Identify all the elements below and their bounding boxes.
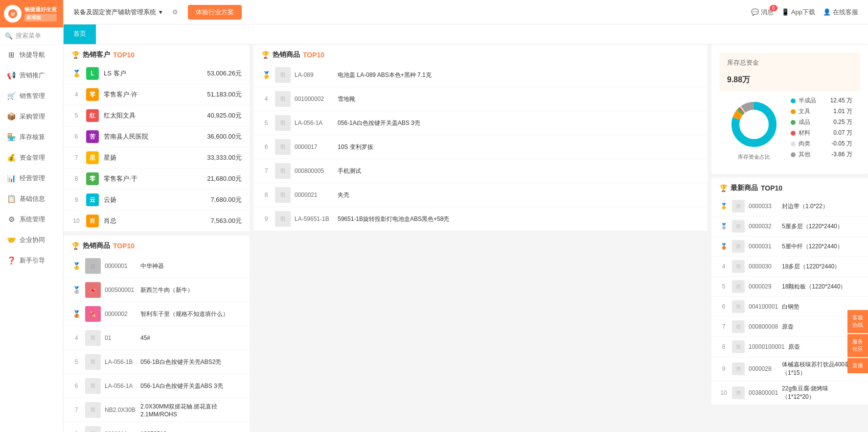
sidebar-label-basic: 基础信息 xyxy=(20,194,45,203)
hot-name-6: 056-1A白色按键开关盖ABS 3壳 xyxy=(140,382,242,390)
logo-icon: 好 xyxy=(4,5,22,23)
newest-code-4: 0000030 xyxy=(749,263,778,270)
sidebar-item-system[interactable]: ⚙ 系统管理 xyxy=(0,209,63,230)
newest-name-6: 白钢垫 xyxy=(782,303,860,311)
medal-1-icon: 🥇 xyxy=(71,70,81,77)
rank-6: 6 xyxy=(71,133,81,140)
customer-name-1: LS 客户 xyxy=(104,69,202,78)
rank-8: 8 xyxy=(71,175,81,182)
legend-item-6: 其他 -3.86 万 xyxy=(791,150,852,159)
avatar-10: 肖 xyxy=(86,215,99,227)
sidebar-label-system: 系统管理 xyxy=(20,215,45,224)
inventory-title: 库存总资金 xyxy=(727,58,852,67)
sidebar-item-operations[interactable]: 📊 经营管理 xyxy=(0,168,63,189)
newest-item-2: 🥈 图 0000032 5厘多层（1220*2440） xyxy=(711,216,868,237)
customer-value-9: 7,680.00元 xyxy=(210,195,242,204)
newest-img-2: 图 xyxy=(732,220,745,233)
chart-label: 库存资金占比 xyxy=(727,153,781,161)
newest-rank-8: 8 xyxy=(719,343,728,350)
sidebar-item-guide[interactable]: ❓ 新手引导 xyxy=(0,250,63,271)
sidebar-item-inventory[interactable]: 🏪 库存核算 xyxy=(0,127,63,147)
newest-img-5: 图 xyxy=(732,280,745,293)
legend-dot-1 xyxy=(791,98,796,103)
newest-item-4: 4 图 0000030 18多层（1220*2440） xyxy=(711,257,868,277)
sidebar-label-marketing: 营销推广 xyxy=(20,71,45,80)
live-stream-btn[interactable]: 直播 xyxy=(847,358,868,373)
mid-name-7: 手机测试 xyxy=(338,167,700,175)
hot-code-2: 000500001 xyxy=(105,287,137,293)
sidebar-item-finance[interactable]: 💰 资金管理 xyxy=(0,147,63,168)
avatar-1: L xyxy=(86,67,99,80)
customer-item-10: 10 肖 肖总 7,563.00元 xyxy=(64,211,250,232)
rank-5: 5 xyxy=(71,112,81,119)
online-service-button[interactable]: 👤 在线客服 xyxy=(823,8,858,17)
sidebar-item-sales[interactable]: 🛒 销售管理 xyxy=(0,86,63,106)
newest-item-10: 10 图 003800001 22g鱼豆腐·烧烤味（1*12*20） xyxy=(711,381,868,405)
settings-button[interactable]: ⚙ xyxy=(168,5,182,19)
tab-home[interactable]: 首页 xyxy=(64,24,96,44)
newest-name-1: 封边带（1.0*22） xyxy=(782,202,860,211)
marketing-icon: 📢 xyxy=(7,71,16,80)
customer-name-10: 肖总 xyxy=(104,216,206,225)
donut-chart xyxy=(727,97,781,151)
customer-value-8: 21,680.00元 xyxy=(207,174,242,183)
legend-dot-3 xyxy=(791,120,796,125)
try-plan-button[interactable]: 体验行业方案 xyxy=(188,5,242,20)
sidebar-item-purchase[interactable]: 📦 采购管理 xyxy=(0,106,63,127)
mid-img-1: 图 xyxy=(275,67,291,83)
main-area: 装备及固定资产辅助管理系统 ▾ ⚙ 体验行业方案 💬 消息 6 📱 App下载 … xyxy=(64,0,868,432)
sidebar-label-shortcuts: 快捷导航 xyxy=(20,50,45,59)
system-selector[interactable]: 装备及固定资产辅助管理系统 ▾ xyxy=(73,8,162,17)
newest-item-9: 9 图 0000028 体械嘉枝味苏打饮品400毫升（1*15） xyxy=(711,357,868,381)
service-community-btn[interactable]: 服务社区 xyxy=(847,334,868,357)
newest-item-7: 7 图 000800008 原壶 xyxy=(711,317,868,337)
search-menu[interactable]: 🔍 搜索菜单 xyxy=(0,27,63,45)
app-download-button[interactable]: 📱 App下载 xyxy=(781,8,815,17)
mid-img-6: 图 xyxy=(275,139,291,155)
newest-item-1: 🥇 图 0000033 封边带（1.0*22） xyxy=(711,196,868,216)
sidebar-item-shortcuts[interactable]: ⊞ 快捷导航 xyxy=(0,45,63,65)
hot-product-1: 🥇 🖼 0000001 中华神器 xyxy=(64,254,250,278)
donut-svg xyxy=(727,97,781,151)
sidebar-nav: ⊞ 快捷导航 📢 营销推广 🛒 销售管理 📦 采购管理 🏪 库存核算 💰 资金管… xyxy=(0,45,63,432)
chevron-down-icon: ▾ xyxy=(159,8,162,16)
customer-service-btn[interactable]: 客服热线 xyxy=(847,310,868,333)
header-right: 💬 消息 6 📱 App下载 👤 在线客服 xyxy=(751,8,858,17)
sidebar-item-enterprise[interactable]: 🤝 企业协同 xyxy=(0,230,63,250)
legend-val-2: 1.01 万 xyxy=(833,107,852,116)
logo-text: 畅捷通好生意 xyxy=(24,6,57,13)
legend-name-2: 文具 xyxy=(799,107,810,116)
sidebar: 好 畅捷通好生意 标准版 🔍 搜索菜单 ⊞ 快捷导航 📢 营销推广 🛒 销售管理… xyxy=(0,0,64,432)
sidebar-label-enterprise: 企业协同 xyxy=(20,236,45,244)
legend-dot-6 xyxy=(791,152,796,157)
legend-dot-4 xyxy=(791,131,796,136)
newest-rank-5: 5 xyxy=(719,283,728,290)
hot-name-2: 新西兰牛肉（新牛） xyxy=(140,286,242,294)
mid-product-6: 6 图 0000017 10S 变利罗扳 xyxy=(253,135,708,159)
newest-name-2: 5厘多层（1220*2440） xyxy=(782,222,860,231)
mid-rank-5: 5 xyxy=(261,120,271,126)
newest-img-3: 图 xyxy=(732,240,745,253)
customer-item-8: 8 零 零售客户·于 21,680.00元 xyxy=(64,168,250,190)
newest-code-6: 004100001 xyxy=(749,303,778,310)
hot-product-8: 8 图 0000011 12070519-xs xyxy=(64,422,250,432)
newest-code-10: 003800001 xyxy=(749,389,778,396)
legend-val-3: 0.25 万 xyxy=(833,118,852,126)
mid-rank-7: 7 xyxy=(261,168,271,174)
mid-trophy-icon: 🏆 xyxy=(261,51,270,59)
sidebar-item-marketing[interactable]: 📢 营销推广 xyxy=(0,65,63,86)
customer-value-7: 33,333.00元 xyxy=(207,153,242,162)
message-icon: 💬 xyxy=(751,8,759,16)
customer-top10-label: TOP10 xyxy=(113,51,135,59)
mid-product-8: 8 图 0000021 夹壳 xyxy=(253,183,708,207)
newest-rank-6: 6 xyxy=(719,303,728,310)
avatar-6: 苦 xyxy=(86,130,99,143)
finance-icon: 💰 xyxy=(7,153,16,162)
hot-rank-6: 6 xyxy=(71,383,81,389)
messages-button[interactable]: 💬 消息 6 xyxy=(751,8,774,17)
newest-medal-1: 🥇 xyxy=(719,203,728,210)
mid-product-7: 7 图 000800005 手机测试 xyxy=(253,159,708,183)
sidebar-item-basic[interactable]: 📋 基础信息 xyxy=(0,189,63,209)
inventory-icon: 🏪 xyxy=(7,133,16,142)
customer-item-5: 5 红 红太阳文具 40,925.00元 xyxy=(64,105,250,126)
